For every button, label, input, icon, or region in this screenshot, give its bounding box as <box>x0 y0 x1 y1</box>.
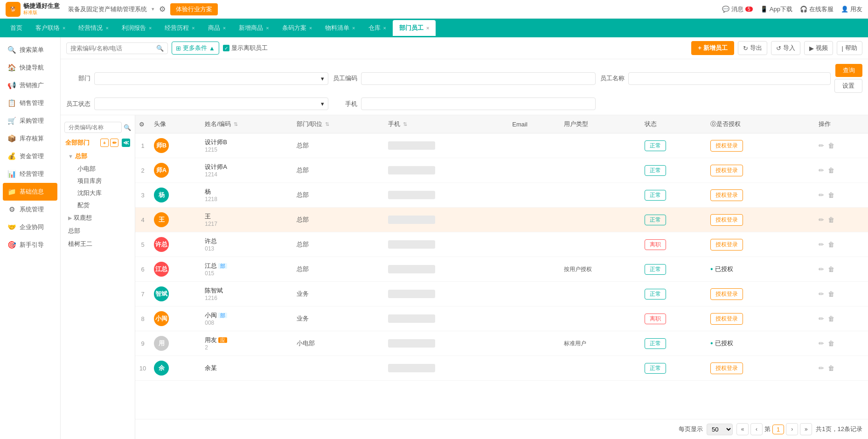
sidebar-item-collab[interactable]: 🤝 企业协同 <box>0 218 60 236</box>
edit-icon[interactable]: ✏ <box>819 364 824 372</box>
reset-button[interactable]: 设置 <box>834 79 862 93</box>
delete-icon[interactable]: 🗑 <box>828 340 834 347</box>
dept-node-shuanglu[interactable]: ▶ 双鹿想 <box>61 211 135 224</box>
add-dept-icon[interactable]: + <box>100 139 109 147</box>
show-resigned-toggle[interactable]: ✓ 显示离职员工 <box>223 44 268 52</box>
view-button[interactable]: ▶ 视频 <box>804 41 833 55</box>
tab-customer[interactable]: 客户联络 × <box>29 20 72 36</box>
app-download-item[interactable]: 📱 App下载 <box>760 5 792 14</box>
close-icon[interactable]: × <box>309 25 312 31</box>
sidebar-item-system[interactable]: ⚙ 系统管理 <box>0 201 60 218</box>
dept-node-zongbu[interactable]: ▼ 总部 <box>61 150 135 163</box>
online-service-item[interactable]: 🎧 在线客服 <box>800 5 833 14</box>
edit-icon[interactable]: ✏ <box>819 265 824 273</box>
phone-filter-input[interactable] <box>361 98 595 110</box>
delete-icon[interactable]: 🗑 <box>828 315 834 322</box>
close-icon[interactable]: × <box>62 25 65 31</box>
collapse-tree-icon[interactable]: ≪ <box>122 139 130 147</box>
tab-business[interactable]: 经营历程 × <box>158 20 201 36</box>
tab-barcode[interactable]: 条码方案 × <box>276 20 319 36</box>
edit-icon[interactable]: ✏ <box>819 142 824 149</box>
prev-page-button[interactable]: ‹ <box>750 423 763 435</box>
first-page-button[interactable]: « <box>736 423 749 435</box>
settings-button[interactable]: ⚙ <box>159 5 166 14</box>
close-icon[interactable]: × <box>383 25 386 31</box>
sidebar-item-bizmanage[interactable]: 📊 经营管理 <box>0 165 60 183</box>
sidebar-item-search[interactable]: 🔍 搜索菜单 <box>0 41 60 59</box>
tab-profit[interactable]: 利润报告 × <box>115 20 158 36</box>
close-icon[interactable]: × <box>192 25 194 31</box>
sidebar-item-sales[interactable]: 📋 销售管理 <box>0 94 60 112</box>
delete-icon[interactable]: 🗑 <box>828 364 834 372</box>
sidebar-item-inventory[interactable]: 📦 库存核算 <box>0 130 60 147</box>
message-item[interactable]: 💬 消息 5 <box>722 5 753 14</box>
dept-search-input[interactable] <box>64 122 122 133</box>
sidebar-item-purchase[interactable]: 🛒 采购管理 <box>0 112 60 130</box>
delete-icon[interactable]: 🗑 <box>828 241 834 248</box>
sidebar-item-marketing[interactable]: 📢 营销推广 <box>0 77 60 94</box>
edit-icon[interactable]: ✏ <box>819 290 824 298</box>
edit-icon[interactable]: ✏ <box>819 241 824 248</box>
dept-node-zhi[interactable]: 植树王二 <box>61 237 135 251</box>
export-button[interactable]: ↻ 导出 <box>738 41 767 55</box>
emp-status-select[interactable]: ▾ <box>94 98 328 110</box>
tab-employee[interactable]: 部门员工 × <box>393 20 436 36</box>
delete-icon[interactable]: 🗑 <box>828 142 834 149</box>
delete-icon[interactable]: 🗑 <box>828 167 834 174</box>
page-size-select[interactable]: 50 20 100 <box>707 424 733 435</box>
dept-node-zongbu2[interactable]: 总部 <box>61 224 135 237</box>
dept-child-xiaodian[interactable]: 小电部 <box>73 163 135 175</box>
edit-icon[interactable]: ✏ <box>819 191 824 199</box>
authorize-button[interactable]: 授权登录 <box>710 165 743 176</box>
add-employee-button[interactable]: + 新增员工 <box>691 41 734 55</box>
search-button[interactable]: 查询 <box>835 64 862 77</box>
tab-new-goods[interactable]: 新增商品 × <box>232 20 275 36</box>
emp-code-input[interactable] <box>361 72 595 85</box>
close-icon[interactable]: × <box>105 25 108 31</box>
help-button[interactable]: | 帮助 <box>837 41 862 55</box>
delete-icon[interactable]: 🗑 <box>828 216 834 223</box>
sidebar-item-quicknav[interactable]: 🏠 快捷导航 <box>0 59 60 77</box>
dept-child-xiangmu[interactable]: 项目库房 <box>73 175 135 187</box>
edit-icon[interactable]: ✏ <box>819 340 824 347</box>
authorize-button[interactable]: 授权登录 <box>710 140 743 152</box>
authorize-button[interactable]: 授权登录 <box>710 288 743 300</box>
delete-icon[interactable]: 🗑 <box>828 265 834 273</box>
authorize-button[interactable]: 授权登录 <box>710 362 743 374</box>
close-icon[interactable]: × <box>352 25 355 31</box>
close-icon[interactable]: × <box>426 25 429 31</box>
import-button[interactable]: ↺ 导入 <box>771 41 800 55</box>
authorize-button[interactable]: 授权登录 <box>710 313 743 325</box>
edit-icon[interactable]: ✏ <box>819 315 824 322</box>
sidebar-item-guide[interactable]: 🎯 新手引导 <box>0 236 60 254</box>
authorize-button[interactable]: 授权登录 <box>710 189 743 201</box>
experience-button[interactable]: 体验行业方案 <box>170 3 218 15</box>
close-icon[interactable]: × <box>149 25 152 31</box>
search-box[interactable]: 🔍 <box>66 42 168 54</box>
edit-icon[interactable]: ✏ <box>819 167 824 174</box>
user-item[interactable]: 👤 用友 <box>841 5 862 14</box>
emp-name-input[interactable] <box>628 72 831 85</box>
close-icon[interactable]: × <box>223 25 226 31</box>
sidebar-item-finance[interactable]: 💰 资金管理 <box>0 147 60 165</box>
col-settings[interactable]: ⚙ <box>135 115 150 133</box>
more-conditions-btn[interactable]: ⊞ 更多条件 ▲ <box>172 42 219 55</box>
edit-icon[interactable]: ✏ <box>819 216 824 223</box>
tab-warehouse[interactable]: 仓库 × <box>362 20 393 36</box>
dept-filter-select[interactable]: ▾ <box>94 72 328 85</box>
delete-icon[interactable]: 🗑 <box>828 191 834 199</box>
sidebar-item-basic[interactable]: 📁 基础信息 <box>3 183 57 201</box>
search-input[interactable] <box>70 45 154 52</box>
next-page-button[interactable]: › <box>786 423 798 435</box>
tab-operation[interactable]: 经营情况 × <box>72 20 115 36</box>
tab-goods[interactable]: 商品 × <box>201 20 232 36</box>
tab-bom[interactable]: 物料清单 × <box>319 20 361 36</box>
edit-dept-icon[interactable]: ✏ <box>110 139 118 147</box>
last-page-button[interactable]: » <box>800 423 812 435</box>
dept-child-peihuo[interactable]: 配货 <box>73 199 135 211</box>
tab-home[interactable]: 首页 <box>4 20 29 36</box>
close-icon[interactable]: × <box>266 25 269 31</box>
delete-icon[interactable]: 🗑 <box>828 290 834 298</box>
dept-child-shenyang[interactable]: 沈阳大库 <box>73 187 135 199</box>
authorize-button[interactable]: 授权登录 <box>710 214 743 226</box>
